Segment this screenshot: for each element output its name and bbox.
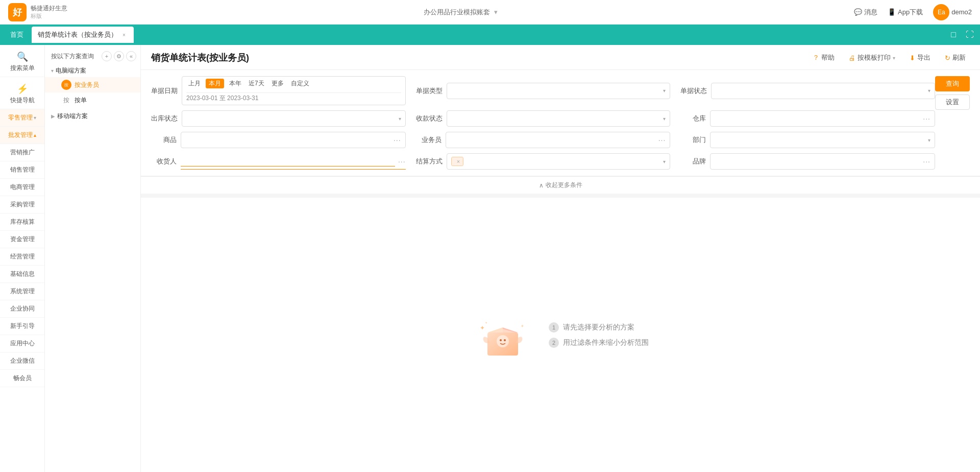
receipt-status-control[interactable]: ▾ [447,110,671,127]
order-type-caret: ▾ [663,88,666,93]
date-label: 单据日期 [151,86,178,96]
logo-text: 畅捷通好生意 标版 [31,5,67,20]
download-icon: 📱 [888,8,896,16]
tab-active[interactable]: 销货单统计表（按业务员） × [32,27,134,43]
content-area: 按以下方案查询 + ⚙ « ▾ 电脑端方案 按 按业务员 按 按单 [45,45,980,472]
filter-grid: 单据日期 上月 本月 本年 近7天 更多 自定义 2023-03-01 至 20… [151,76,935,170]
panel-settings-btn[interactable]: ⚙ [114,51,124,61]
svg-text:✦: ✦ [485,321,487,324]
sidebar-item-wecom[interactable]: 企业微信 [0,352,44,370]
sidebar-item-sys[interactable]: 系统管理 [0,283,44,300]
tip-num-2: 2 [549,338,559,348]
page-header-row: 销货单统计表(按业务员) ？ 帮助 🖨 按模板打印 ▾ ⬇ [151,51,970,64]
svg-point-4 [497,335,509,347]
app-download-btn[interactable]: 📱 App下载 [888,8,923,17]
sidebar-item-ops[interactable]: 经营管理 [0,248,44,266]
mobile-scheme-label: 移动端方案 [57,112,88,121]
sidebar-item-purchase[interactable]: 采购管理 [0,196,44,214]
print-arrow[interactable]: ▾ [893,55,895,61]
panel-title: 按以下方案查询 [51,52,94,61]
top-header: 好 畅捷通好生意 标版 办公用品行业模拟账套 ▾ 💬 消息 📱 App下载 Ea… [0,0,980,25]
consignee-input[interactable] [181,156,395,167]
tree-child-by-order[interactable]: 按 按单 [45,92,140,108]
date-tab-this-month[interactable]: 本月 [206,79,224,88]
sidebar-item-sales[interactable]: 销售管理 [0,161,44,179]
consignee-dots: ··· [398,157,406,166]
sidebar-item-funds[interactable]: 资金管理 [0,231,44,248]
sidebar-item-retail[interactable]: 零售管理 ▾ [0,109,44,127]
header-dropdown-icon[interactable]: ▾ [494,8,498,16]
dept-control[interactable]: ▾ [710,132,935,148]
date-tabs: 上月 本月 本年 近7天 更多 自定义 [186,79,311,88]
retail-arrow: ▾ [34,115,36,121]
inventory-label: 库存核算 [10,218,35,226]
fullscreen-btn[interactable]: ⛶ [964,29,976,41]
sidebar-item-apps[interactable]: 应用中心 [0,335,44,352]
empty-state: ✦ ✦ ✦ 1 请先选择要分析的方案 2 用过滤条件来缩小分析范围 [141,198,980,472]
sidebar-item-quicknav[interactable]: ⚡ 快捷导航 [0,77,44,109]
filter-warehouse: 仓库 ··· [680,110,935,127]
date-tab-this-year[interactable]: 本年 [227,79,243,88]
sidebar-item-marketing[interactable]: 营销推广 [0,144,44,161]
sidebar-item-wholesale[interactable]: 批发管理 ▴ [0,127,44,144]
export-btn[interactable]: ⬇ 导出 [905,51,935,64]
corp-label: 企业协同 [10,304,35,313]
help-btn[interactable]: ？ 帮助 [808,51,839,64]
brand-control[interactable]: ··· [710,153,935,170]
filter-order-type: 单据类型 ▾ [416,76,671,105]
wholesale-arrow: ▴ [34,132,36,138]
date-tab-7days[interactable]: 近7天 [247,79,266,88]
tab-home[interactable]: 首页 [4,27,30,43]
settings-btn[interactable]: 设置 [935,95,970,110]
filter-dept: 部门 ▾ [680,132,935,148]
panel-add-btn[interactable]: + [102,51,112,61]
panel-collapse-btn[interactable]: « [126,51,136,61]
sidebar-item-newbie[interactable]: 新手引导 [0,318,44,335]
marketing-label: 营销推广 [10,148,35,157]
order-scheme-icon: 按 [61,95,71,105]
sidebar-item-corp[interactable]: 企业协同 [0,300,44,318]
quicknav-icon: ⚡ [2,83,42,95]
wecom-label: 企业微信 [10,357,35,365]
payment-tag-close[interactable]: × [457,158,460,164]
sidebar-item-member[interactable]: 畅会员 [0,370,44,387]
wholesale-label: 批发管理 [8,131,33,139]
warehouse-label: 仓库 [680,114,706,123]
sidebar-item-inventory[interactable]: 库存核算 [0,214,44,231]
window-restore-btn[interactable]: □ [947,29,960,41]
payment-control[interactable]: × ▾ [447,153,671,170]
tab-bar: 首页 销货单统计表（按业务员） × □ ⛶ [0,25,980,45]
user-area[interactable]: Ea demo2 [933,4,972,20]
sidebar-item-ecom[interactable]: 电商管理 [0,179,44,196]
goods-control[interactable]: ··· [181,132,406,148]
tree-parent-mobile[interactable]: ▶ 移动端方案 [45,110,140,123]
sidebar-item-search[interactable]: 🔍 搜索菜单 [0,45,44,77]
print-btn[interactable]: 🖨 按模板打印 ▾ [845,51,899,64]
retail-label: 零售管理 [8,113,33,122]
page-header: 销货单统计表(按业务员) ？ 帮助 🖨 按模板打印 ▾ ⬇ [141,45,980,70]
date-control[interactable]: 上月 本月 本年 近7天 更多 自定义 2023-03-01 至 2023-03… [182,76,406,105]
order-scheme-label: 按单 [75,96,87,105]
message-btn[interactable]: 💬 消息 [854,8,877,17]
refresh-btn[interactable]: ↻ 刷新 [941,51,970,64]
sidebar-item-base[interactable]: 基础信息 [0,266,44,283]
refresh-label: 刷新 [952,53,966,62]
payment-caret: ▾ [663,159,666,164]
order-type-control[interactable]: ▾ [447,83,671,99]
tree-parent-desktop[interactable]: ▾ 电脑端方案 [45,64,140,77]
tree-child-by-salesperson[interactable]: 按 按业务员 [45,77,140,92]
query-btn[interactable]: 查询 [935,76,970,91]
tab-close-icon[interactable]: × [120,31,128,38]
warehouse-control[interactable]: ··· [710,110,935,127]
out-status-control[interactable]: ▾ [182,110,406,127]
message-label: 消息 [864,8,877,17]
date-tab-more[interactable]: 更多 [270,79,286,88]
date-tab-last-month[interactable]: 上月 [186,79,203,88]
salesperson-control[interactable]: ··· [446,132,671,148]
collapse-bar[interactable]: ∧ 收起更多条件 [141,176,980,194]
svg-text:✦: ✦ [480,324,485,332]
header-center[interactable]: 办公用品行业模拟账套 ▾ [424,8,498,17]
order-status-control[interactable]: ▾ [711,83,935,99]
consignee-control[interactable]: ··· [181,153,406,170]
date-tab-custom[interactable]: 自定义 [289,79,311,88]
